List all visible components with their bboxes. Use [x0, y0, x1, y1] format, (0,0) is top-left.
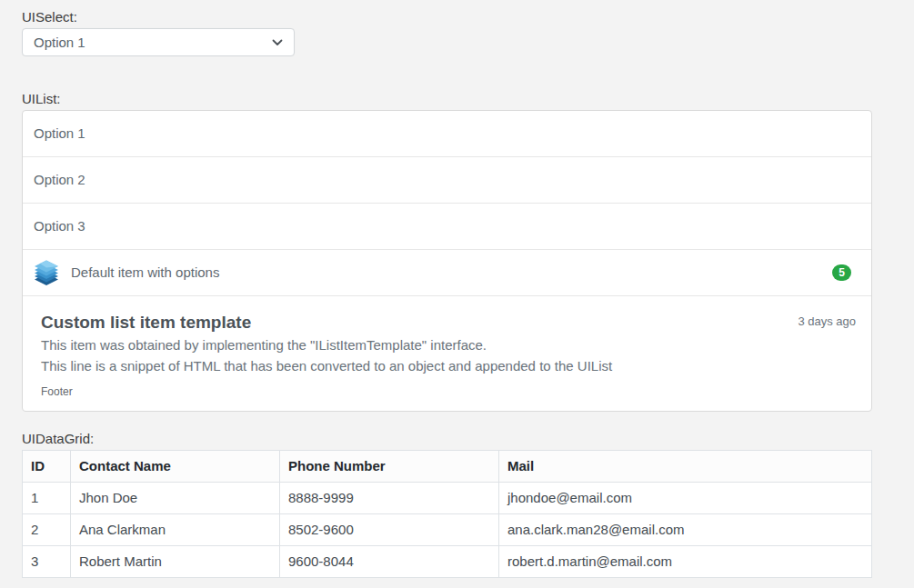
cell-phone-number: 8888-9999 [280, 483, 499, 514]
cell-contact-name: Ana Clarkman [71, 514, 280, 546]
list-item-custom-template[interactable]: Custom list item template 3 days ago Thi… [23, 296, 871, 411]
cell-mail: robert.d.martin@email.com [499, 546, 872, 578]
custom-item-line-2: This line is a snippet of HTML that has … [41, 355, 856, 376]
chevron-down-icon [272, 39, 283, 46]
column-header-contact-name[interactable]: Contact Name [71, 451, 280, 483]
uiselect-label: UISelect: [22, 9, 894, 25]
custom-item-timestamp: 3 days ago [798, 313, 856, 331]
uiselect-dropdown[interactable]: Option 1 [22, 28, 295, 56]
uilist: Option 1 Option 2 Option 3 Default item … [22, 110, 872, 412]
cell-contact-name: Robert Martin [71, 546, 280, 578]
layers-icon [34, 260, 59, 285]
table-row[interactable]: 1 Jhon Doe 8888-9999 jhondoe@email.com [23, 483, 872, 514]
column-header-mail[interactable]: Mail [499, 451, 872, 483]
count-badge: 5 [832, 264, 851, 281]
cell-phone-number: 9600-8044 [280, 546, 499, 578]
cell-phone-number: 8502-9600 [280, 514, 499, 546]
custom-item-title: Custom list item template [41, 310, 251, 334]
custom-item-footer: Footer [41, 385, 856, 399]
uilist-section: UIList: Option 1 Option 2 Option 3 Defau… [22, 91, 894, 412]
table-row[interactable]: 3 Robert Martin 9600-8044 robert.d.marti… [23, 546, 872, 578]
list-item-label: Default item with options [71, 263, 219, 283]
uidatagrid-section: UIDataGrid: ID Contact Name Phone Number… [22, 431, 894, 578]
cell-id: 1 [23, 483, 71, 514]
column-header-id[interactable]: ID [23, 451, 71, 483]
cell-contact-name: Jhon Doe [71, 483, 280, 514]
custom-item-line-1: This item was obtained by implementing t… [41, 334, 856, 355]
custom-item-header: Custom list item template 3 days ago [41, 310, 856, 334]
uilist-label: UIList: [22, 91, 894, 106]
table-row[interactable]: 2 Ana Clarkman 8502-9600 ana.clark.man28… [23, 514, 872, 546]
cell-mail: ana.clark.man28@email.com [499, 514, 872, 546]
cell-id: 2 [23, 514, 71, 546]
list-item-option-2[interactable]: Option 2 [23, 157, 871, 204]
uidatagrid: ID Contact Name Phone Number Mail 1 Jhon… [22, 450, 872, 578]
list-item-option-1[interactable]: Option 1 [23, 111, 871, 157]
uiselect-section: UISelect: Option 1 [22, 9, 894, 56]
header-row: ID Contact Name Phone Number Mail [23, 451, 872, 483]
uiselect-selected-value: Option 1 [34, 35, 85, 50]
uidatagrid-label: UIDataGrid: [22, 431, 894, 446]
components-demo-page: UISelect: Option 1 UIList: Option 1 Opti… [0, 0, 894, 578]
cell-id: 3 [23, 546, 71, 578]
list-item-option-3[interactable]: Option 3 [23, 204, 871, 250]
list-item-default-with-options[interactable]: Default item with options 5 [23, 250, 871, 296]
cell-mail: jhondoe@email.com [499, 483, 872, 514]
column-header-phone-number[interactable]: Phone Number [280, 451, 499, 483]
